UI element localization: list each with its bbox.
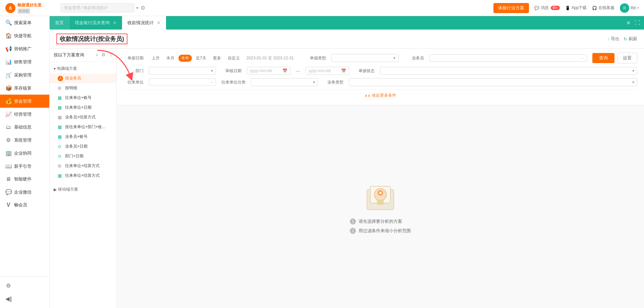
refresh-button[interactable]: ↻ 刷新 bbox=[624, 36, 637, 42]
plan-item-salesperson-account[interactable]: ▦ 业务员+账号 bbox=[50, 132, 116, 142]
review-date-from[interactable]: yyyy-mm-dd 📅 bbox=[247, 67, 290, 75]
dept-select[interactable]: ▾ bbox=[149, 67, 216, 75]
date-tab-lastmonth[interactable]: 上月 bbox=[149, 55, 162, 62]
collapse-bar[interactable]: ∧∧ 收起更多条件 bbox=[123, 90, 637, 101]
empty-illustration bbox=[360, 179, 400, 213]
date-tab-custom[interactable]: 自定义 bbox=[225, 55, 243, 62]
biz-type-select[interactable]: ▾ bbox=[349, 78, 637, 86]
date-tab-7days[interactable]: 近7天 bbox=[193, 55, 209, 62]
sidebar-item-operations[interactable]: 📈 经营管理 bbox=[0, 108, 49, 121]
plan-item-partner-account[interactable]: ▦ 往来单位+账号 bbox=[50, 93, 116, 103]
close-window-icon[interactable]: ✕ bbox=[626, 20, 631, 26]
plan-item-salesperson[interactable]: 人 按业务员 bbox=[50, 73, 116, 83]
date-tab-thisyear[interactable]: 本年 bbox=[178, 55, 192, 62]
operations-icon: 📈 bbox=[5, 111, 11, 117]
top-search-box[interactable]: 资金管理 / 收款情况统计 bbox=[60, 3, 134, 12]
panel-header: 按以下方案查询 ＋ ⚙ 《 bbox=[50, 49, 116, 62]
sidebar-settings[interactable]: ⚙ bbox=[0, 279, 49, 292]
sidebar-item-weixin[interactable]: 💬 企业微信 bbox=[0, 186, 49, 199]
tab-collections[interactable]: 收款情况统计 ✕ bbox=[122, 16, 166, 30]
svg-rect-3 bbox=[377, 200, 384, 205]
sidebar-item-purchase[interactable]: 🛒 采购管理 bbox=[0, 68, 49, 82]
sidebar-item-quicknav[interactable]: 🏠 快捷导航 bbox=[0, 29, 49, 42]
sidebar-item-system[interactable]: ⚙ 系统管理 bbox=[0, 134, 49, 147]
export-icon: ↑ bbox=[607, 37, 610, 42]
sidebar-item-enterprise[interactable]: 🏢 企业协同 bbox=[0, 147, 49, 160]
date-tab-more[interactable]: 更多 bbox=[210, 55, 224, 62]
clock2-icon: ⊙ bbox=[58, 154, 63, 159]
salesperson-select[interactable]: ··· bbox=[429, 54, 587, 62]
empty-steps: 1 请先选择要分析的方案 2 用过滤条件来缩小分析范围 bbox=[350, 218, 411, 234]
logo-text: 畅捷通好生意 bbox=[17, 2, 42, 8]
chevron-down-icon[interactable]: ▾ bbox=[136, 5, 139, 10]
plan-item-dept-date[interactable]: ⊙ 部门+日期 bbox=[50, 151, 116, 161]
user-area[interactable]: R Rit ▾ bbox=[620, 3, 639, 13]
status-select[interactable]: ▾ bbox=[380, 67, 637, 75]
set-button[interactable]: 设置 bbox=[617, 53, 637, 63]
plan-settings-button[interactable]: ⚙ bbox=[101, 52, 106, 58]
online-service-item[interactable]: 🎧 在线客服 bbox=[592, 5, 614, 11]
basic-icon: 🗂 bbox=[5, 124, 11, 130]
type-select[interactable]: ▾ bbox=[331, 54, 398, 62]
status-label: 单据状态 bbox=[355, 68, 375, 74]
tab-collections-close[interactable]: ✕ bbox=[157, 20, 160, 25]
table5-icon: ▦ bbox=[58, 173, 63, 178]
dept-label: 部门 bbox=[123, 68, 144, 74]
date-tab-thismonth[interactable]: 本月 bbox=[164, 55, 177, 62]
home-icon: 🏠 bbox=[5, 33, 11, 39]
tab-cashflow-close[interactable]: ✕ bbox=[113, 20, 116, 25]
sidebar-collapse[interactable]: ◀‖ bbox=[0, 292, 49, 305]
plan-item-salesperson-settlement[interactable]: ▦ 业务员+结算方式 bbox=[50, 112, 116, 122]
sidebar-item-guide[interactable]: 📖 新手引导 bbox=[0, 160, 49, 173]
mobile-section: ▶ 移动端方案 bbox=[50, 183, 116, 196]
inventory-icon: 📦 bbox=[5, 85, 11, 91]
add-plan-button[interactable]: ＋ bbox=[95, 52, 99, 58]
sidebar-item-member[interactable]: V 畅会员 bbox=[0, 199, 49, 211]
sidebar-item-inventory[interactable]: 📦 库存核算 bbox=[0, 82, 49, 95]
member-icon: V bbox=[5, 202, 11, 208]
tab-cashflow[interactable]: 现金银行流水查询 ✕ bbox=[69, 16, 122, 30]
app-download-item[interactable]: 📱 App下载 bbox=[565, 5, 587, 11]
main-layout: 🔍 搜索菜单 🏠 快捷导航 📢 营销推广 📊 销售管理 🛒 采购管理 📦 库存核… bbox=[0, 16, 644, 308]
plan-item-partner-dept[interactable]: ▦ 按往来单位+部门+收... bbox=[50, 122, 116, 132]
export-button[interactable]: ↑ 导出 bbox=[607, 36, 620, 42]
sidebar-item-sales[interactable]: 📊 销售管理 bbox=[0, 55, 49, 68]
filter-actions: 查询 设置 bbox=[592, 53, 637, 63]
review-date-to[interactable]: yyyy-mm-dd 📅 bbox=[306, 67, 349, 75]
left-panel: 按以下方案查询 ＋ ⚙ 《 ▾ 电脑端方案 bbox=[50, 49, 117, 308]
plan-item-salesperson-date[interactable]: ⊙ 业务员+日期 bbox=[50, 142, 116, 151]
settings-icon[interactable]: ⚙ bbox=[141, 5, 145, 11]
step-2-num: 2 bbox=[350, 228, 356, 234]
message-item[interactable]: 💬 消息 99+ bbox=[534, 5, 560, 11]
tab-bar: 首页 现金银行流水查询 ✕ 收款情况统计 ✕ ✕ ⛶ bbox=[50, 16, 644, 30]
mobile-section-label[interactable]: ▶ 移动端方案 bbox=[50, 185, 116, 194]
sidebar-item-search[interactable]: 🔍 搜索菜单 bbox=[0, 16, 49, 29]
type-dropdown-icon: ▾ bbox=[393, 56, 395, 60]
sidebar-item-hardware[interactable]: 🖥 智能硬件 bbox=[0, 173, 49, 186]
sidebar-item-basic[interactable]: 🗂 基础信息 bbox=[0, 121, 49, 134]
plan-item-detail[interactable]: ⊞ 按明细 bbox=[50, 83, 116, 93]
tab-home[interactable]: 首页 bbox=[50, 16, 69, 30]
plan-item-partner-date[interactable]: ▦ 往来单位+日期 bbox=[50, 103, 116, 112]
partner-select[interactable]: ··· bbox=[149, 79, 216, 86]
trial-button[interactable]: 体验行业方案 bbox=[493, 3, 529, 13]
query-button[interactable]: 查询 bbox=[592, 53, 614, 63]
search-icon: 🔍 bbox=[5, 19, 11, 26]
plan-item-partner-settlement1[interactable]: ⊞ 往来单位+结算方式 bbox=[50, 161, 116, 171]
desktop-section-label[interactable]: ▾ 电脑端方案 bbox=[50, 64, 116, 73]
finance-icon: 💰 bbox=[5, 98, 11, 104]
sidebar-item-marketing[interactable]: 📢 营销推广 bbox=[0, 42, 49, 55]
plan-item-partner-settlement2[interactable]: ▦ 往来单位+结算方式 bbox=[50, 171, 116, 181]
guide-icon: 📖 bbox=[5, 163, 11, 169]
collapse-panel-button[interactable]: 《 bbox=[108, 52, 112, 58]
type-label: 单据类型 bbox=[306, 55, 326, 61]
partner-category-select[interactable]: ▾ bbox=[251, 78, 318, 86]
salesperson-more-icon[interactable]: ··· bbox=[581, 56, 584, 60]
maximize-window-icon[interactable]: ⛶ bbox=[635, 20, 640, 26]
panel-content: ▾ 电脑端方案 人 按业务员 ⊞ 按明细 ▦ bbox=[50, 62, 116, 196]
review-date-label: 审核日期 bbox=[221, 68, 241, 74]
partner-more-icon[interactable]: ··· bbox=[210, 80, 213, 84]
page-header: 收款情况统计(按业务员) ↑ 导出 ↻ 刷新 bbox=[50, 30, 644, 49]
date-filter-control: 上月 本月 本年 近7天 更多 自定义 2023-01-01 至 2023-12… bbox=[149, 55, 301, 62]
sidebar-item-finance[interactable]: 💰 资金管理 bbox=[0, 95, 49, 108]
